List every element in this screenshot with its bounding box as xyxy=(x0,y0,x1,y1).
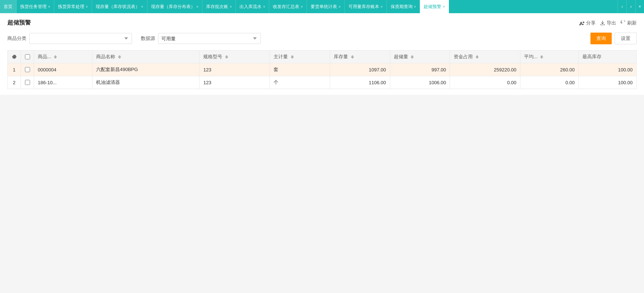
table-row: 2 186-10... 机油滤清器 123 个 1106.00 1006.00 … xyxy=(8,76,637,89)
category-select[interactable] xyxy=(29,33,132,44)
td-checkbox xyxy=(21,76,34,89)
share-button[interactable]: 分享 xyxy=(579,20,596,26)
td-name: 机油滤清器 xyxy=(92,76,199,89)
close-icon[interactable]: × xyxy=(339,5,341,9)
th-spec[interactable]: 规格型号 xyxy=(200,51,270,63)
td-overstock: 997.00 xyxy=(390,63,450,76)
refresh-button[interactable]: 刷新 xyxy=(621,20,637,26)
sort-icon-capital xyxy=(476,55,479,59)
nav-arrows: ‹ › × xyxy=(618,0,644,13)
td-checkbox xyxy=(21,63,34,76)
export-icon xyxy=(600,21,605,26)
td-max: 100.00 xyxy=(578,63,636,76)
td-max: 100.00 xyxy=(578,76,636,89)
sort-icon-spec xyxy=(225,55,228,59)
data-table: 商品... 商品名称 规格型号 xyxy=(7,50,637,89)
nav-arrow-right[interactable]: › xyxy=(626,0,635,13)
th-stock[interactable]: 库存量 xyxy=(330,51,390,63)
page-header: 超储预警 分享 导出 刷新 xyxy=(7,19,637,27)
datasource-select[interactable]: 可用量 xyxy=(158,33,261,44)
td-index: 1 xyxy=(8,63,21,76)
nav-tab-quality-period[interactable]: 保质期查询 × xyxy=(387,0,420,13)
td-avg: 0.00 xyxy=(520,76,579,89)
close-icon[interactable]: × xyxy=(197,5,199,9)
th-select-all xyxy=(21,51,34,63)
select-all-checkbox[interactable] xyxy=(25,54,30,59)
sort-icon-avg xyxy=(540,55,543,59)
export-button[interactable]: 导出 xyxy=(600,20,616,26)
nav-arrow-close[interactable]: × xyxy=(635,0,644,13)
datasource-label: 数据源 xyxy=(141,35,155,42)
th-code[interactable]: 商品... xyxy=(34,51,92,63)
nav-tab-inout-flow[interactable]: 出入库流水 × xyxy=(236,0,269,13)
nav-tab-picking-tasks[interactable]: 拣货任务管理 × xyxy=(17,0,54,13)
close-icon[interactable]: × xyxy=(48,5,50,9)
nav-tab-collect-summary[interactable]: 收发存汇总表 × xyxy=(269,0,307,13)
sort-icon-code xyxy=(54,55,57,59)
nav-arrow-left[interactable]: ‹ xyxy=(618,0,626,13)
close-icon[interactable]: × xyxy=(230,5,232,9)
nav-tab-available-ledger[interactable]: 可用量库存账本 × xyxy=(345,0,387,13)
td-overstock: 1006.00 xyxy=(390,76,450,89)
th-overstock[interactable]: 超储量 xyxy=(390,51,450,63)
td-name: 六配套新昌490BPG xyxy=(92,63,199,76)
td-code: 0000004 xyxy=(34,63,92,76)
table-header-row: 商品... 商品名称 规格型号 xyxy=(8,51,637,63)
sort-icon-stock xyxy=(351,55,354,59)
filter-group-category: 商品分类 xyxy=(7,33,132,44)
td-spec: 123 xyxy=(200,63,270,76)
td-stock: 1106.00 xyxy=(330,76,390,89)
header-actions: 分享 导出 刷新 xyxy=(579,20,637,26)
row-checkbox[interactable] xyxy=(25,67,30,72)
settings-button[interactable]: 设置 xyxy=(615,33,637,44)
th-gear xyxy=(8,51,21,63)
td-avg: 260.00 xyxy=(520,63,579,76)
nav-tab-overstock[interactable]: 超储预警 × xyxy=(420,0,449,13)
share-icon xyxy=(579,21,585,26)
td-index: 2 xyxy=(8,76,21,89)
close-icon[interactable]: × xyxy=(263,5,265,9)
td-unit: 个 xyxy=(270,76,330,89)
nav-tab-requisition[interactable]: 要货单统计表 × xyxy=(307,0,345,13)
table-body: 1 0000004 六配套新昌490BPG 123 套 1097.00 997.… xyxy=(8,63,637,89)
filter-group-datasource: 数据源 可用量 xyxy=(141,33,261,44)
page-content: 超储预警 分享 导出 刷新 xyxy=(0,13,644,95)
filter-row: 商品分类 数据源 可用量 查询 设置 xyxy=(7,33,637,44)
refresh-icon xyxy=(621,21,626,26)
category-label: 商品分类 xyxy=(7,35,26,42)
th-capital[interactable]: 资金占用 xyxy=(450,51,520,63)
close-icon[interactable]: × xyxy=(443,5,445,9)
td-spec: 123 xyxy=(200,76,270,89)
query-button[interactable]: 查询 xyxy=(590,33,612,44)
nav-tab-picking-abnormal[interactable]: 拣货异常处理 × xyxy=(54,0,92,13)
th-max[interactable]: 最高库存 xyxy=(578,51,636,63)
close-icon[interactable]: × xyxy=(414,5,416,9)
td-capital: 259220.00 xyxy=(450,63,520,76)
nav-tab-stock-status[interactable]: 现存量（库存状况表） × xyxy=(92,0,147,13)
sort-icon-unit xyxy=(291,55,294,59)
td-capital: 0.00 xyxy=(450,76,520,89)
nav-tab-home[interactable]: 首页 xyxy=(0,0,17,13)
sort-icon-name xyxy=(118,55,121,59)
close-icon[interactable]: × xyxy=(86,5,88,9)
close-icon[interactable]: × xyxy=(381,5,383,9)
filter-right-buttons: 查询 设置 xyxy=(590,33,637,44)
table-row: 1 0000004 六配套新昌490BPG 123 套 1097.00 997.… xyxy=(8,63,637,76)
td-code: 186-10... xyxy=(34,76,92,89)
td-stock: 1097.00 xyxy=(330,63,390,76)
nav-tab-stock-batch[interactable]: 库存批次账 × xyxy=(202,0,236,13)
close-icon[interactable]: × xyxy=(141,5,143,9)
nav-tab-stock-dist[interactable]: 现存量（库存分布表） × xyxy=(147,0,203,13)
close-icon[interactable]: × xyxy=(301,5,303,9)
sort-icon-overstock xyxy=(411,55,414,59)
page-title: 超储预警 xyxy=(7,19,31,27)
top-nav: 首页 拣货任务管理 × 拣货异常处理 × 现存量（库存状况表） × 现存量（库存… xyxy=(0,0,644,13)
th-name[interactable]: 商品名称 xyxy=(92,51,199,63)
td-unit: 套 xyxy=(270,63,330,76)
th-unit[interactable]: 主计量 xyxy=(270,51,330,63)
row-checkbox[interactable] xyxy=(25,80,30,85)
th-avg[interactable]: 平均... xyxy=(520,51,579,63)
gear-icon[interactable] xyxy=(12,54,17,59)
